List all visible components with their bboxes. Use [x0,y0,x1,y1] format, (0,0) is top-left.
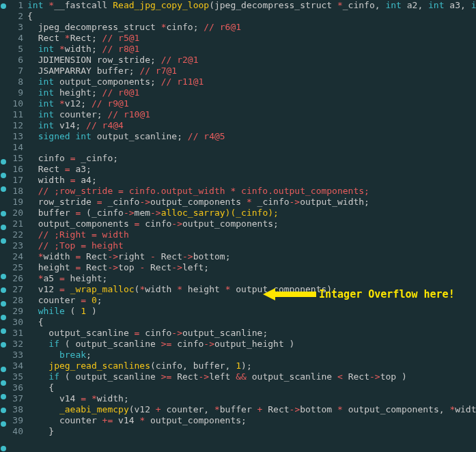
code-line[interactable]: int *width; // r8@1 [27,44,476,55]
breakpoint-dot-icon[interactable] [1,380,6,386]
breakpoint-slot[interactable] [0,421,7,432]
breakpoint-slot[interactable] [0,69,7,80]
code-line[interactable]: Rect = a3; [27,164,476,175]
code-line[interactable]: buffer = (_cinfo->mem->alloc_sarray)(_ci… [27,208,476,218]
breakpoint-dot-icon[interactable] [1,186,6,192]
breakpoint-slot[interactable] [0,432,7,443]
breakpoint-slot[interactable] [0,394,7,405]
code-line[interactable]: counter = 0; [27,295,476,306]
code-line[interactable]: JDIMENSION row_stride; // r2@1 [27,55,476,66]
code-line[interactable]: jpeg_decompress_struct *cinfo; // r6@1 [27,22,476,33]
breakpoint-slot[interactable] [0,301,7,312]
code-line[interactable]: output_scanline = cinfo->output_scanline… [27,328,476,339]
code-line[interactable]: v12 = _wrap_malloc(*width * height * out… [27,284,476,295]
breakpoint-slot[interactable] [0,238,7,249]
breakpoint-slot[interactable] [0,211,7,222]
breakpoint-slot[interactable] [0,328,7,339]
code-line[interactable]: // ;Top = height [27,240,476,251]
breakpoint-slot[interactable] [0,36,7,47]
code-line[interactable]: row_stride = _cinfo->output_components *… [27,197,476,208]
code-line[interactable]: int v14; // r4@4 [27,120,476,131]
breakpoint-slot[interactable] [0,446,7,452]
breakpoint-dot-icon[interactable] [1,342,6,348]
breakpoint-slot[interactable] [0,367,7,378]
breakpoint-slot[interactable] [0,173,7,184]
breakpoint-dot-icon[interactable] [1,328,6,334]
code-line[interactable]: int counter; // r10@1 [27,109,476,120]
code-line[interactable]: // ;row_stride = cinfo.output_width * ci… [27,186,476,197]
breakpoint-slot[interactable] [0,274,7,285]
code-line[interactable]: { [27,382,476,393]
breakpoint-dot-icon[interactable] [1,173,6,178]
breakpoint-slot[interactable] [0,249,7,260]
code-line[interactable]: int output_components; // r11@1 [27,76,476,87]
breakpoint-slot[interactable] [0,47,7,58]
breakpoint-slot[interactable] [0,145,7,156]
breakpoint-slot[interactable] [0,225,7,236]
code-line[interactable]: int height; // r0@1 [27,87,476,98]
code-line[interactable]: Rect *Rect; // r5@1 [27,33,476,44]
code-content[interactable]: int *__fastcall Read_jpg_copy_loop(jpeg_… [27,0,476,452]
line-number: 22 [7,229,23,240]
breakpoint-slot[interactable] [0,3,7,14]
breakpoint-slot[interactable] [0,91,7,102]
breakpoint-slot[interactable] [0,315,7,326]
line-number: 4 [7,33,23,44]
breakpoint-dot-icon[interactable] [1,274,6,279]
breakpoint-dot-icon[interactable] [1,394,6,399]
breakpoint-dot-icon[interactable] [1,315,6,320]
code-line[interactable]: width = a4; [27,175,476,186]
code-line[interactable]: { [27,11,476,22]
code-line[interactable]: _aeabi_memcpy(v12 + counter, *buffer + R… [27,404,476,415]
code-line[interactable]: counter += v14 * output_components; [27,415,476,426]
breakpoint-dot-icon[interactable] [1,287,6,293]
breakpoint-slot[interactable] [0,186,7,197]
breakpoint-dot-icon[interactable] [1,225,6,230]
breakpoint-dot-icon[interactable] [1,211,6,216]
breakpoint-slot[interactable] [0,113,7,124]
code-line[interactable]: int *v12; // r9@1 [27,98,476,109]
breakpoint-slot[interactable] [0,14,7,25]
line-number: 32 [7,339,23,350]
code-line[interactable]: // ;Right = width [27,229,476,240]
breakpoint-dot-icon[interactable] [1,301,6,307]
breakpoint-slot[interactable] [0,408,7,419]
breakpoint-slot[interactable] [0,25,7,36]
code-line[interactable]: } [27,426,476,437]
breakpoint-slot[interactable] [0,135,7,145]
breakpoint-slot[interactable] [0,102,7,113]
breakpoint-dot-icon[interactable] [1,421,6,427]
code-line[interactable]: signed int output_scanline; // r4@5 [27,131,476,142]
code-line[interactable]: { [27,317,476,328]
breakpoint-dot-icon[interactable] [1,3,6,9]
breakpoint-slot[interactable] [0,380,7,391]
breakpoint-slot[interactable] [0,260,7,271]
code-line[interactable] [27,142,476,153]
code-line[interactable]: cinfo = _cinfo; [27,153,476,164]
breakpoint-slot[interactable] [0,58,7,69]
code-line[interactable]: *width = Rect->right - Rect->bottom; [27,251,476,262]
code-line[interactable]: int *__fastcall Read_jpg_copy_loop(jpeg_… [27,0,476,11]
breakpoint-dot-icon[interactable] [1,159,6,165]
code-line[interactable]: v14 = *width; [27,393,476,404]
breakpoint-slot[interactable] [0,124,7,135]
breakpoint-slot[interactable] [0,80,7,91]
code-line[interactable]: output_components = cinfo->output_compon… [27,218,476,229]
code-line[interactable]: JSAMPARRAY buffer; // r7@1 [27,66,476,76]
breakpoint-slot[interactable] [0,287,7,298]
breakpoint-slot[interactable] [0,159,7,170]
breakpoint-slot[interactable] [0,342,7,353]
breakpoint-slot[interactable] [0,353,7,364]
code-line[interactable]: if ( output_scanline >= cinfo->output_he… [27,339,476,350]
breakpoint-dot-icon[interactable] [1,446,6,451]
code-line[interactable]: *a5 = height; [27,273,476,284]
breakpoint-dot-icon[interactable] [1,367,6,372]
code-line[interactable]: jpeg_read_scanlines(cinfo, buffer, 1); [27,361,476,371]
breakpoint-dot-icon[interactable] [1,408,6,413]
code-line[interactable]: while ( 1 ) [27,306,476,317]
code-line[interactable]: break; [27,350,476,361]
breakpoint-slot[interactable] [0,197,7,208]
code-line[interactable]: if ( output_scanline >= Rect->left && ou… [27,371,476,382]
code-line[interactable]: height = Rect->top - Rect->left; [27,262,476,273]
breakpoint-dot-icon[interactable] [1,238,6,244]
